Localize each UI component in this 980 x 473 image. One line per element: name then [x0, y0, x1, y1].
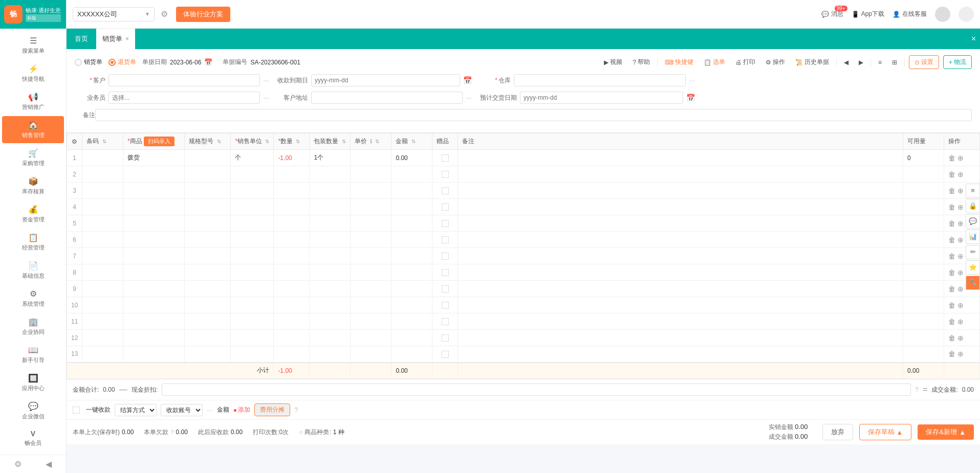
row-memo-9[interactable] — [458, 281, 903, 297]
row-goods-13[interactable] — [123, 346, 185, 363]
tab-close-icon[interactable]: × — [125, 35, 129, 42]
sidebar-item-purchase[interactable]: 🛒 采购管理 — [2, 144, 64, 171]
row-amount-8[interactable] — [391, 264, 432, 281]
settings-bottom-icon[interactable]: ⚙ — [14, 459, 21, 469]
row-qty-3[interactable] — [274, 183, 310, 199]
row-gift-4[interactable] — [432, 199, 458, 215]
row-delete-icon-3[interactable]: 🗑 — [948, 187, 955, 195]
online-service-item[interactable]: 👤 在线客服 — [892, 10, 927, 18]
row-copy-icon-12[interactable]: ⊕ — [957, 334, 964, 342]
row-pkg-13[interactable] — [310, 346, 351, 363]
row-barcode-9[interactable] — [82, 281, 123, 297]
row-copy-icon-8[interactable]: ⊕ — [957, 268, 964, 277]
row-price-12[interactable] — [351, 330, 391, 346]
row-delete-icon-6[interactable]: 🗑 — [948, 236, 955, 244]
sidebar-item-marketing[interactable]: 📢 营销推广 — [2, 88, 64, 115]
warehouse-dots-icon[interactable]: ··· — [689, 76, 695, 84]
panel-item-5[interactable]: ✏ — [966, 245, 980, 259]
row-goods-12[interactable] — [123, 330, 185, 346]
row-price-6[interactable] — [351, 232, 391, 248]
row-amount-5[interactable] — [391, 215, 432, 232]
sidebar-item-quick-nav[interactable]: ⚡ 快捷导航 — [2, 60, 64, 87]
payment-account-select[interactable]: 收款账号 — [161, 404, 203, 416]
row-unit-6[interactable] — [231, 232, 274, 248]
row-amount-3[interactable] — [391, 183, 432, 199]
row-gift-10[interactable] — [432, 297, 458, 313]
row-qty-13[interactable] — [274, 346, 310, 363]
row-amount-1[interactable]: 0.00 — [391, 150, 432, 166]
row-barcode-11[interactable] — [82, 313, 123, 330]
row-amount-11[interactable] — [391, 313, 432, 330]
th-price-info[interactable]: ℹ — [370, 138, 372, 144]
add-button[interactable]: ● 添加 — [233, 406, 250, 414]
row-goods-1[interactable]: 拨货 — [123, 150, 185, 166]
sidebar-item-vip[interactable]: V 畅会员 — [2, 425, 64, 451]
row-unit-8[interactable] — [231, 264, 274, 281]
row-spec-7[interactable] — [185, 248, 231, 264]
row-copy-icon-2[interactable]: ⊕ — [957, 170, 964, 178]
grid-view-btn[interactable]: ⊞ — [889, 57, 900, 67]
row-gift-8[interactable] — [432, 264, 458, 281]
row-spec-11[interactable] — [185, 313, 231, 330]
row-gift-1[interactable] — [432, 150, 458, 166]
row-qty-2[interactable] — [274, 166, 310, 183]
row-delete-icon-1[interactable]: 🗑 — [948, 154, 955, 162]
row-amount-4[interactable] — [391, 199, 432, 215]
account-dots-icon[interactable]: ··· — [207, 406, 213, 414]
row-price-2[interactable] — [351, 166, 391, 183]
row-goods-6[interactable] — [123, 232, 185, 248]
remarks-input[interactable] — [95, 109, 972, 121]
row-barcode-7[interactable] — [82, 248, 123, 264]
expenses-help-icon[interactable]: ? — [294, 406, 298, 414]
draft-button[interactable]: 保存草稿 ▲ — [859, 424, 912, 440]
row-barcode-3[interactable] — [82, 183, 123, 199]
row-pkg-1[interactable]: 1个 — [310, 150, 351, 166]
sidebar-item-capital[interactable]: 💰 资金管理 — [2, 200, 64, 228]
customer-addr-input[interactable] — [311, 92, 463, 104]
radio-return[interactable]: 退货单 — [108, 58, 136, 66]
row-unit-1[interactable]: 个 — [231, 150, 274, 166]
sidebar-item-sales[interactable]: 🏠 销售管理 — [2, 116, 64, 143]
trial-button[interactable]: 体验行业方案 — [176, 7, 230, 22]
row-qty-4[interactable] — [274, 199, 310, 215]
row-copy-icon-13[interactable]: ⊕ — [957, 350, 964, 358]
row-gift-12[interactable] — [432, 330, 458, 346]
radio-sales[interactable]: 销货单 — [75, 58, 102, 66]
row-amount-7[interactable] — [391, 248, 432, 264]
customer-dots-icon[interactable]: ··· — [263, 76, 269, 84]
row-price-9[interactable] — [351, 281, 391, 297]
row-goods-2[interactable] — [123, 166, 185, 183]
row-delete-icon-8[interactable]: 🗑 — [948, 268, 955, 277]
nav-prev-btn[interactable]: ◀ — [841, 57, 852, 67]
row-price-1[interactable] — [351, 150, 391, 166]
row-goods-7[interactable] — [123, 248, 185, 264]
row-qty-6[interactable] — [274, 232, 310, 248]
operation-btn[interactable]: ⚙ 操作 — [763, 56, 788, 68]
due-date-calendar-icon[interactable]: 📅 — [463, 76, 472, 84]
row-unit-7[interactable] — [231, 248, 274, 264]
row-amount-10[interactable] — [391, 297, 432, 313]
salesperson-input[interactable] — [108, 92, 260, 104]
row-goods-4[interactable] — [123, 199, 185, 215]
row-copy-icon-1[interactable]: ⊕ — [957, 154, 964, 162]
sidebar-item-system[interactable]: ⚙ 系统管理 — [2, 285, 64, 312]
row-pkg-11[interactable] — [310, 313, 351, 330]
sidebar-item-app-center[interactable]: 🔲 应用中心 — [2, 369, 64, 396]
row-unit-10[interactable] — [231, 297, 274, 313]
row-gift-13[interactable] — [432, 346, 458, 363]
row-barcode-10[interactable] — [82, 297, 123, 313]
video-btn[interactable]: ▶ 视频 — [601, 56, 625, 68]
row-gift-2[interactable] — [432, 166, 458, 183]
date-calendar-icon[interactable]: 📅 — [204, 58, 212, 66]
row-delete-icon-7[interactable]: 🗑 — [948, 252, 955, 260]
row-unit-12[interactable] — [231, 330, 274, 346]
row-pkg-2[interactable] — [310, 166, 351, 183]
row-goods-10[interactable] — [123, 297, 185, 313]
row-amount-9[interactable] — [391, 281, 432, 297]
row-copy-icon-3[interactable]: ⊕ — [957, 187, 964, 195]
row-memo-13[interactable] — [458, 346, 903, 363]
row-price-10[interactable] — [351, 297, 391, 313]
row-spec-13[interactable] — [185, 346, 231, 363]
sidebar-item-inventory[interactable]: 📦 库存核算 — [2, 172, 64, 199]
row-copy-icon-5[interactable]: ⊕ — [957, 219, 964, 228]
